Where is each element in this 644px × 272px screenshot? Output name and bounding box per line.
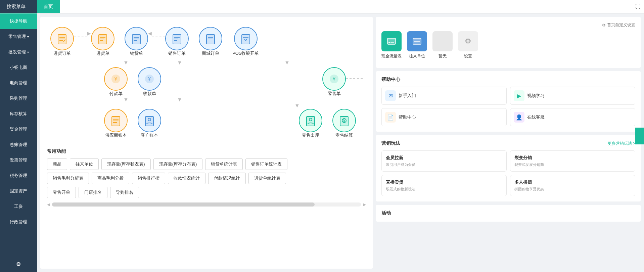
scroll-right-icon[interactable]: ▶ <box>363 202 366 207</box>
sidebar-item-inventory[interactable]: 库存核算 <box>0 106 37 122</box>
spacer-2 <box>189 38 199 45</box>
nav-icon-none[interactable]: 暂无 <box>432 31 453 59</box>
feature-btn-guide-rank[interactable]: 导购排名 <box>110 187 139 198</box>
node-purchase-bill[interactable]: 进货单 <box>91 27 114 56</box>
purchase-bill-label: 进货单 <box>96 50 109 56</box>
feature-btn-sale-order-stat[interactable]: 销售订单统计表 <box>245 158 287 170</box>
float-btn-desktop[interactable]: 桌面快捷 <box>635 139 644 144</box>
node-customer-ledger[interactable]: 客户账本 <box>138 109 161 138</box>
nav-icon-settings[interactable]: ⚙ 设置 <box>458 31 478 59</box>
float-btn-community[interactable]: 服务社区 <box>635 133 644 139</box>
float-btn-service[interactable]: 客服热线 <box>635 128 644 133</box>
node-receipt[interactable]: ¥ 收款单 <box>138 67 161 97</box>
feature-btn-stock-status[interactable]: 现存量(库存状况表) <box>101 158 151 170</box>
marketing-item-group-buy[interactable]: 多人拼团 拼团购物享受优惠 <box>510 175 635 196</box>
sidebar-item-label: 电商管理 <box>10 80 27 86</box>
retail-settlement-label: 零售结算 <box>335 132 353 138</box>
feature-btn-partners[interactable]: 往来单位 <box>70 158 99 170</box>
sidebar-item-wholesale[interactable]: 批发管理 ▾ <box>0 44 37 60</box>
feature-btn-product[interactable]: 商品 <box>47 158 67 170</box>
node-retail-outbound[interactable]: 零售出库 <box>299 109 322 138</box>
sidebar-item-xiaochang[interactable]: 小畅电商 <box>0 60 37 75</box>
sidebar-item-retail[interactable]: 零售管理 ▾ <box>0 29 37 44</box>
video-label: 视频学习 <box>527 93 545 99</box>
nav-icon-partners[interactable]: 往来单位 <box>407 31 427 59</box>
sidebar-item-label: 工资 <box>14 203 23 210</box>
scroll-left-icon[interactable]: ◀ <box>47 202 50 207</box>
down-arrow-row2: ▼ ▼ <box>104 97 363 103</box>
sidebar-item-tax[interactable]: 税务管理 <box>0 168 37 183</box>
node-payment[interactable]: ¥ 付款单 <box>104 67 128 97</box>
node-sales-order[interactable]: 销售订单 <box>165 27 189 56</box>
tab-home[interactable]: 首页 <box>37 0 60 13</box>
feature-btn-purchase-stat[interactable]: 进货单统计表 <box>248 173 286 184</box>
sidebar-item-label: 库存核算 <box>10 111 27 117</box>
feature-btn-retail-order[interactable]: 零售开单 <box>47 187 76 198</box>
scrollbar-track[interactable] <box>52 202 361 207</box>
feature-btn-store-rank[interactable]: 门店排名 <box>79 187 107 198</box>
node-sale-bill[interactable]: 销货单 <box>125 27 148 56</box>
partners-icon-box <box>407 31 427 51</box>
sidebar-item-label: 采购管理 <box>10 95 27 101</box>
arrow-left-1: ◀ <box>148 31 165 53</box>
fullscreen-icon[interactable]: ⛶ <box>635 4 641 10</box>
down-arrow-row1: ▼ ▼ ▼ <box>50 60 363 66</box>
feature-btn-payment-stat[interactable]: 付款情况统计 <box>208 173 246 184</box>
feature-buttons-container: 商品 往来单位 现存量(库存状况表) 现存量(库存分布表) 销货单统计表 销售订… <box>47 158 366 170</box>
node-retail-settlement[interactable]: ¥ 零售结算 <box>332 109 356 138</box>
feature-btn-receipt-stat[interactable]: 收款情况统计 <box>168 173 205 184</box>
marketing-panel: 营销玩法 更多营销玩法 > 会员拉新 吸引用户成为会员 裂变分销 裂变式发展分销… <box>376 135 641 201</box>
arrow-right-1: ▶ <box>74 31 91 53</box>
feature-btn-stock-dist[interactable]: 现存量(库存分布表) <box>153 158 203 170</box>
marketing-grid: 会员拉新 吸引用户成为会员 裂变分销 裂变式发展分销商 直播卖货 场景式购物新玩… <box>381 150 635 196</box>
feature-btn-sale-profit[interactable]: 销售毛利分析表 <box>47 173 89 184</box>
marketing-more-link[interactable]: 更多营销玩法 > <box>608 141 635 146</box>
feature-btn-product-profit[interactable]: 商品毛利分析 <box>92 173 129 184</box>
feature-btn-sale-stat[interactable]: 销货单统计表 <box>205 158 243 170</box>
groupbuy-desc: 拼团购物享受优惠 <box>514 187 631 192</box>
node-mall-order[interactable]: 商城订单 <box>199 27 222 56</box>
sidebar-item-admin[interactable]: 行政管理 <box>0 214 37 230</box>
purchase-order-label: 进货订单 <box>53 50 71 56</box>
supplier-ledger-label: 供应商账本 <box>105 132 127 138</box>
none-icon-box <box>432 31 453 51</box>
quick-nav-panel: ⚙ 首页自定义设置 <box>376 17 641 68</box>
marketing-item-livestream[interactable]: 直播卖货 场景式购物新玩法 <box>381 175 507 196</box>
fission-desc: 裂变式发展分销商 <box>514 162 631 167</box>
node-purchase-order[interactable]: 进货订单 <box>50 27 74 56</box>
sidebar-item-ledger[interactable]: 总账管理 <box>0 137 37 152</box>
sidebar-settings-button[interactable]: ⚙ <box>0 256 37 272</box>
beginner-icon: ✉ <box>385 90 396 101</box>
help-item-onlineservice[interactable]: 👤 在线客服 <box>510 108 635 126</box>
sidebar-item-payroll[interactable]: 工资 <box>0 199 37 214</box>
feature-btn-sale-rank[interactable]: 销售排行榜 <box>132 173 165 184</box>
sidebar-item-fixed-assets[interactable]: 固定资产 <box>0 183 37 199</box>
node-pos[interactable]: POS收银开单 <box>232 27 259 56</box>
sidebar-item-purchase[interactable]: 采购管理 <box>0 91 37 106</box>
help-item-helpcenter[interactable]: 📄 帮助中心 <box>381 108 507 126</box>
marketing-item-fission[interactable]: 裂变分销 裂变式发展分销商 <box>510 150 635 172</box>
top-bar-right: ⛶ <box>60 0 644 13</box>
quick-nav-settings-label: 首页自定义设置 <box>607 22 635 28</box>
marketing-item-member[interactable]: 会员拉新 吸引用户成为会员 <box>381 150 507 172</box>
svg-rect-24 <box>242 35 250 44</box>
content-area: 进货订单 ▶ <box>37 13 644 272</box>
node-supplier-ledger[interactable]: 供应商账本 <box>104 109 128 138</box>
sidebar-item-quicknav[interactable]: 快捷导航 <box>0 13 37 29</box>
svg-text:¥: ¥ <box>332 76 335 82</box>
help-item-beginner[interactable]: ✉ 新手入门 <box>381 87 507 105</box>
partners-label: 往来单位 <box>409 53 425 59</box>
left-panel: 进货订单 ▶ <box>40 17 373 269</box>
video-icon: ▶ <box>514 90 524 101</box>
help-item-video[interactable]: ▶ 视频学习 <box>510 87 635 105</box>
node-retail-bill[interactable]: ¥ 零售单 <box>322 67 346 97</box>
search-menu[interactable]: 搜索菜单 <box>0 0 37 13</box>
retail-bill-icon: ¥ <box>322 67 346 91</box>
sidebar-item-ecommerce-mgmt[interactable]: 电商管理 <box>0 75 37 91</box>
member-title: 会员拉新 <box>386 155 502 161</box>
payment-icon: ¥ <box>104 67 128 91</box>
quick-nav-settings-link[interactable]: ⚙ 首页自定义设置 <box>381 22 635 28</box>
sidebar-item-invoice[interactable]: 发票管理 <box>0 152 37 168</box>
sidebar-item-finance[interactable]: 资金管理 <box>0 122 37 137</box>
nav-icon-cashflow[interactable]: 现金流量表 <box>381 31 402 59</box>
